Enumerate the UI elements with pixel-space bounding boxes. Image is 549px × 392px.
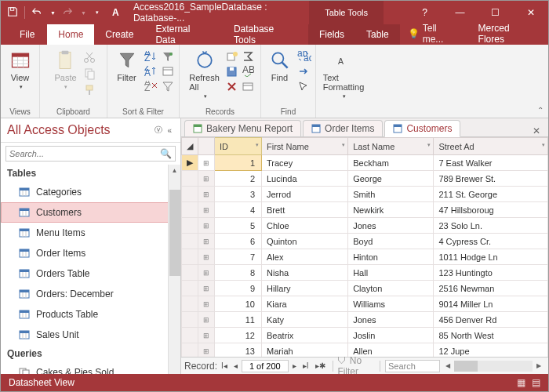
expand-row-icon[interactable]: ⊞ [198, 155, 215, 171]
tab-fields[interactable]: Fields [308, 24, 355, 45]
expand-row-icon[interactable]: ⊞ [198, 202, 215, 218]
doc-tab-bakery-menu-report[interactable]: Bakery Menu Report [184, 120, 301, 136]
nav-pane-title[interactable]: All Access Objects [7, 123, 152, 137]
record-search-input[interactable] [385, 360, 440, 372]
new-record-nav-button[interactable]: ▸✱ [313, 361, 328, 370]
prev-record-button[interactable]: ◂ [231, 361, 240, 370]
row-selector[interactable] [182, 218, 198, 234]
nav-group-tables[interactable]: Tables⌃ [1, 165, 180, 182]
next-record-button[interactable]: ▸ [290, 361, 299, 370]
user-name[interactable]: Merced Flores [467, 23, 548, 45]
table-row[interactable]: ⊞6QuintonBoyd4 Cypress Cr. [182, 234, 548, 249]
expand-row-icon[interactable]: ⊞ [198, 281, 215, 296]
nav-item-orders-table[interactable]: Orders Table [1, 263, 180, 284]
table-row[interactable]: ⊞9HillaryClayton2516 Newman [182, 281, 548, 296]
nav-search-box[interactable]: 🔍 [5, 146, 176, 162]
table-row[interactable]: ⊞4BrettNewkirk47 Hillsboroug [182, 202, 548, 218]
new-record-icon[interactable] [226, 51, 238, 64]
row-selector[interactable]: ▶ [182, 155, 198, 171]
select-icon[interactable] [297, 81, 311, 94]
doc-tab-order-items[interactable]: Order Items [303, 120, 383, 136]
tell-me[interactable]: 💡Tell me... [400, 23, 467, 45]
refresh-all-button[interactable]: Refresh All▾ [186, 48, 223, 101]
expand-row-icon[interactable]: ⊞ [198, 218, 215, 234]
more-records-icon[interactable] [242, 81, 254, 94]
table-row[interactable]: ⊞13MariahAllen12 Jupe [182, 343, 548, 358]
format-painter-icon[interactable] [83, 84, 96, 99]
text-formatting-button[interactable]: A Text Formatting▾ [320, 48, 368, 101]
expand-row-icon[interactable]: ⊞ [198, 249, 215, 265]
expand-row-icon[interactable]: ⊞ [198, 187, 215, 202]
cut-icon[interactable] [83, 51, 96, 66]
collapse-ribbon-icon[interactable]: ⌃ [537, 106, 544, 114]
close-button[interactable]: ✕ [513, 1, 548, 24]
nav-collapse-icon[interactable]: « [165, 126, 174, 135]
undo-dropdown[interactable]: ▼ [50, 10, 56, 16]
row-selector[interactable] [182, 171, 198, 187]
toggle-filter-icon[interactable] [162, 81, 174, 94]
nav-item-menu-items[interactable]: Menu Items [1, 223, 180, 243]
view-button[interactable]: View▾ [6, 48, 35, 92]
table-row[interactable]: ⊞5ChloeJones23 Solo Ln. [182, 218, 548, 234]
table-row[interactable]: ⊞11KatyJones456 Denver Rd [182, 312, 548, 328]
tab-file[interactable]: File [7, 24, 47, 45]
nav-item-orders-december[interactable]: Orders: December [1, 284, 180, 304]
column-header-id[interactable]: ID▾ [215, 138, 262, 155]
row-selector[interactable] [182, 187, 198, 202]
remove-sort-icon[interactable]: AZ [144, 81, 158, 94]
first-record-button[interactable]: I◂ [219, 361, 230, 370]
expand-row-icon[interactable]: ⊞ [198, 265, 215, 281]
horizontal-scrollbar[interactable]: ◀▶ [442, 361, 545, 372]
table-row[interactable]: ⊞3JerrodSmith211 St. George [182, 187, 548, 202]
row-selector[interactable] [182, 265, 198, 281]
nav-item-customers[interactable]: Customers [1, 202, 180, 223]
row-selector[interactable] [182, 312, 198, 328]
nav-item-categories[interactable]: Categories [1, 182, 180, 202]
datasheet-view-icon[interactable]: ▦ [517, 377, 525, 388]
row-selector[interactable] [182, 202, 198, 218]
last-record-button[interactable]: ▸I [300, 361, 311, 370]
nav-dropdown-icon[interactable]: ⓥ [152, 125, 165, 136]
save-icon[interactable] [7, 6, 18, 20]
sort-asc-icon[interactable]: AZ [144, 51, 158, 64]
table-row[interactable]: ▶⊞1TraceyBeckham7 East Walker [182, 155, 548, 171]
table-row[interactable]: ⊞8NishaHall123 Huntingto [182, 265, 548, 281]
minimize-button[interactable]: ― [442, 1, 478, 24]
table-row[interactable]: ⊞7AlexHinton1011 Hodge Ln [182, 249, 548, 265]
filter-indicator[interactable]: ⛉ No Filter [337, 355, 375, 375]
column-header-street-ad[interactable]: Street Ad▾ [434, 138, 548, 155]
select-all-corner[interactable]: ◢ [182, 138, 198, 155]
help-button[interactable]: ? [407, 1, 442, 24]
expand-row-icon[interactable]: ⊞ [198, 234, 215, 249]
design-view-icon[interactable]: ▤ [532, 377, 540, 388]
replace-icon[interactable]: abac [297, 51, 311, 64]
nav-item-cakes-pies-sold[interactable]: Cakes & Pies Sold [1, 362, 180, 374]
table-row[interactable]: ⊞2LucindaGeorge789 Brewer St. [182, 171, 548, 187]
row-selector[interactable] [182, 328, 198, 343]
find-button[interactable]: Find [266, 48, 294, 84]
doc-tab-customers[interactable]: Customers [384, 120, 460, 137]
row-selector[interactable] [182, 343, 198, 358]
nav-item-products-table[interactable]: Products Table [1, 304, 180, 325]
table-row[interactable]: ⊞10KiaraWilliams9014 Miller Ln [182, 296, 548, 312]
qat-customize[interactable]: ▾ [96, 9, 99, 16]
save-record-icon[interactable] [226, 66, 238, 79]
paste-button[interactable]: Paste▾ [51, 48, 79, 92]
expand-row-icon[interactable]: ⊞ [198, 328, 215, 343]
row-selector[interactable] [182, 281, 198, 296]
spelling-icon[interactable]: ABC [242, 66, 254, 79]
delete-record-icon[interactable] [226, 81, 238, 94]
tab-create[interactable]: Create [94, 24, 144, 45]
nav-group-queries[interactable]: Queries⌃ [1, 345, 180, 362]
tab-database-tools[interactable]: Database Tools [223, 24, 308, 45]
advanced-filter-icon[interactable] [162, 66, 174, 79]
nav-item-order-items[interactable]: Order Items [1, 243, 180, 263]
close-tab-icon[interactable]: ✕ [528, 125, 545, 136]
undo-icon[interactable] [31, 6, 42, 20]
expand-row-icon[interactable]: ⊞ [198, 296, 215, 312]
column-header-last-name[interactable]: Last Name▾ [348, 138, 434, 155]
expand-row-icon[interactable]: ⊞ [198, 312, 215, 328]
nav-search-input[interactable] [9, 149, 160, 158]
goto-icon[interactable] [297, 66, 311, 79]
copy-icon[interactable] [83, 67, 96, 82]
